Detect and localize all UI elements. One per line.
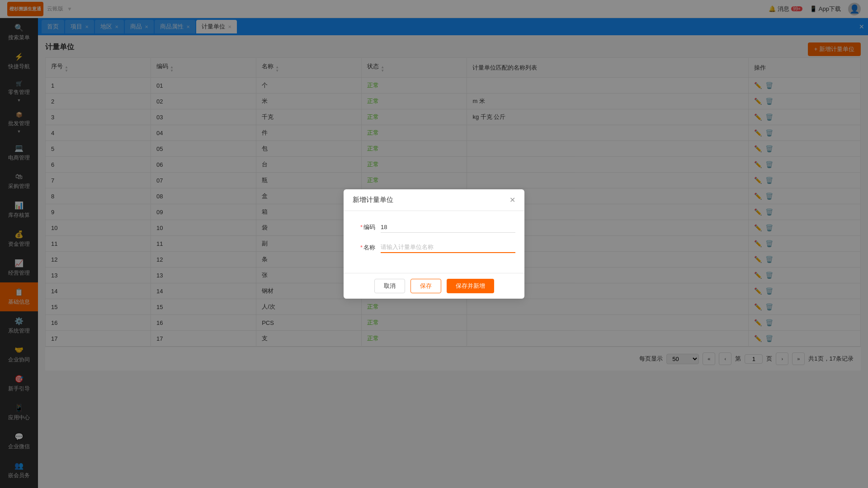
modal-title: 新增计量单位 xyxy=(353,196,393,204)
required-mark: * xyxy=(360,224,363,230)
modal-header: 新增计量单位 ✕ xyxy=(344,189,524,211)
modal-body: *编码 *名称 xyxy=(344,211,524,273)
save-button[interactable]: 保存 xyxy=(410,279,441,293)
name-field-label: *名称 xyxy=(353,244,375,252)
save-and-new-button[interactable]: 保存并新增 xyxy=(447,279,494,293)
modal-footer: 取消 保存 保存并新增 xyxy=(344,273,524,299)
modal-close-button[interactable]: ✕ xyxy=(509,196,515,204)
code-field[interactable] xyxy=(381,222,515,233)
code-field-label: *编码 xyxy=(353,223,375,231)
form-row-code: *编码 xyxy=(353,222,515,233)
required-mark: * xyxy=(360,244,363,251)
name-field[interactable] xyxy=(381,242,515,253)
add-unit-modal: 新增计量单位 ✕ *编码 *名称 取消 保存 保存并新增 xyxy=(344,189,524,299)
cancel-button[interactable]: 取消 xyxy=(374,279,405,293)
form-row-name: *名称 xyxy=(353,242,515,253)
modal-overlay: 新增计量单位 ✕ *编码 *名称 取消 保存 保存并新增 xyxy=(0,0,868,488)
